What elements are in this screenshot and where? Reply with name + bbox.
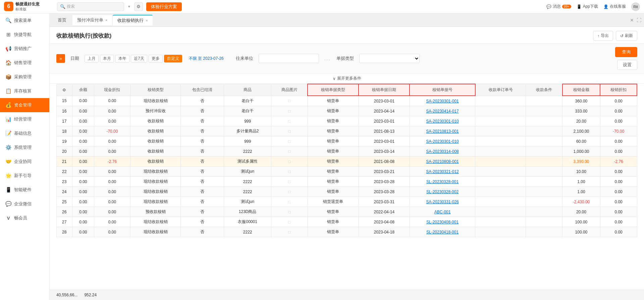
table-cell[interactable]: SA-20230321-012 [410,167,475,177]
sidebar-item-purchase[interactable]: 📦 采购管理 [0,70,49,84]
table-cell[interactable]: SA-20210808-001 [410,157,475,167]
table-cell[interactable]: SA-20230301-001 [410,96,475,106]
grid-icon: ⊞ [5,32,11,38]
industry-button[interactable]: 体验行业方案 [146,2,182,11]
sidebar-item-wechat[interactable]: 💬 企业微信 [0,197,49,211]
search-dropdown-arrow[interactable]: ▼ [127,5,131,8]
sidebar: 🔍 搜索菜单 ⊞ 快捷导航 📢 营销推广 🏠 销售管理 📦 采购管理 📋 库存核… [0,13,50,300]
sidebar-item-smart-hw[interactable]: 📱 智能硬件 [0,183,49,197]
table-cell[interactable]: SA-20230331-026 [410,197,475,207]
table-cell: 0.00 [600,116,637,126]
sidebar-item-marketing[interactable]: 📢 营销推广 [0,42,49,56]
table-cell[interactable]: SA-20210813-001 [410,126,475,136]
logo-icon: 6 [4,2,13,11]
sidebar-item-finance[interactable]: 💰 资金管理 [0,98,49,112]
row-number: 28 [57,227,72,237]
table-row: 200.000.00收款核销否2222□销货单2023-03-14SA-2023… [57,146,637,157]
this-year-btn[interactable]: 本年 [115,55,129,62]
sidebar-item-operations[interactable]: 📊 经营管理 [0,112,49,126]
table-cell: 现结收款核销 [130,177,180,187]
sidebar-item-guide[interactable]: 🌟 新手引导 [0,169,49,183]
settings-button[interactable]: 设置 [617,60,637,70]
top-search-box[interactable]: 🔍 搜索 [57,2,124,11]
partner-label: 往来单位 [236,55,253,61]
sidebar-item-search[interactable]: 🔍 搜索菜单 [0,13,49,28]
sidebar-item-basic-info[interactable]: 📝 基础信息 [0,126,49,140]
more-btn[interactable]: 更多 [149,55,163,62]
table-cell: 0.00 [72,116,94,126]
col-header-settings[interactable]: ⚙ [57,84,72,96]
wechat-icon: 💬 [5,201,11,207]
table-cell: □ [271,167,308,177]
tab-home[interactable]: 首页 [52,15,72,25]
box-icon: 📦 [5,74,11,80]
table-cell[interactable]: SL-20230328-002 [410,187,475,197]
table-cell: 否 [181,146,224,157]
refresh-button[interactable]: ↺ 刷新 [616,31,637,41]
page-content: 收款核销执行(按收款) ↑ 导出 ↺ 刷新 » [50,27,644,300]
table-cell: 0.00 [94,116,130,126]
maximize-window-button[interactable]: ⛶ [637,17,641,23]
gear-button[interactable]: ⚙ [134,2,143,11]
row-number: 19 [57,136,72,146]
table-cell[interactable]: SL-20230418-001 [410,227,475,237]
app-download-item[interactable]: 📱 App下载 [577,4,598,9]
table-cell: 否 [181,167,224,177]
close-window-button[interactable]: ✕ [630,17,634,23]
export-button[interactable]: ↑ 导出 [593,31,613,41]
table-cell[interactable]: SA-20230414-017 [410,106,475,116]
online-service-item[interactable]: 👤 在线客服 [603,4,626,9]
last-month-btn[interactable]: 上月 [85,55,99,62]
table-cell: 2222 [224,227,271,237]
table-cell[interactable]: SL-20230408-001 [410,217,475,227]
table-cell: 销货单 [308,96,359,106]
table-cell [475,157,526,167]
tab-prepay[interactable]: 预付冲应付单 × [72,15,112,25]
table-cell: 2023-03-01 [359,96,410,106]
date-filter-label: 日期 [70,55,79,61]
messages-item[interactable]: 💬 消息 99+ [546,4,571,9]
query-button[interactable]: 查询 [615,47,637,57]
tab2-close-button[interactable]: × [146,18,148,23]
table-cell: □ [271,126,308,136]
tab-writeoff[interactable]: 收款核销执行 × [113,15,152,26]
col-header-cash-discount: 现金折扣 [94,84,130,96]
table-cell: □ [271,96,308,106]
table-cell: 0.00 [72,126,94,136]
inventory-icon: 📋 [5,88,11,94]
expand-conditions-button[interactable]: ∨ 展开更多条件 [333,76,361,81]
sidebar-item-vip[interactable]: V 畅会员 [0,211,49,225]
table-cell: 2023-03-28 [359,177,410,187]
table-cell[interactable]: SA-20230301-010 [410,116,475,126]
guide-icon: 🌟 [5,173,11,179]
sidebar-item-inventory[interactable]: 📋 库存核算 [0,84,49,98]
table-cell[interactable]: SL-20230328-001 [410,177,475,187]
col-header-amount: 核销金额 [562,84,600,96]
user-avatar[interactable]: Rit [631,2,640,11]
table-cell: 0.00 [600,96,637,106]
table-cell[interactable]: ABC-001 [410,207,475,217]
table-cell: 2023-03-14 [359,146,410,157]
table-cell: □ [271,207,308,217]
table-cell: 2222 [224,146,271,157]
sidebar-item-quick-nav[interactable]: ⊞ 快捷导航 [0,28,49,42]
custom-btn[interactable]: 自定义 [164,55,182,62]
table-cell: 测试jun [224,167,271,177]
table-cell [475,146,526,157]
table-cell: 0.00 [600,136,637,146]
sidebar-item-sales[interactable]: 🏠 销售管理 [0,56,49,70]
table-cell: 老白干 [224,106,271,116]
this-month-btn[interactable]: 本月 [100,55,114,62]
voucher-type-select[interactable] [359,54,420,63]
sidebar-item-enterprise[interactable]: 🤝 企业协同 [0,155,49,169]
filter-expand-icon[interactable]: » [56,54,65,63]
table-cell[interactable]: SA-20230314-008 [410,146,475,157]
table-cell: 0.00 [600,177,637,187]
tab1-close-button[interactable]: × [105,18,107,22]
sidebar-item-system[interactable]: ⚙️ 系统管理 [0,140,49,155]
partner-input[interactable] [259,54,319,63]
last7-btn[interactable]: 近7天 [131,55,147,62]
table-row: 260.000.00预收款核销否123D商品□销货单2022-04-14ABC-… [57,207,637,217]
table-cell[interactable]: SA-20230301-010 [410,136,475,146]
filter-area: » 日期 上月 本月 本年 近7天 更多 自定义 不限 至 2023-07-26 [50,44,644,74]
